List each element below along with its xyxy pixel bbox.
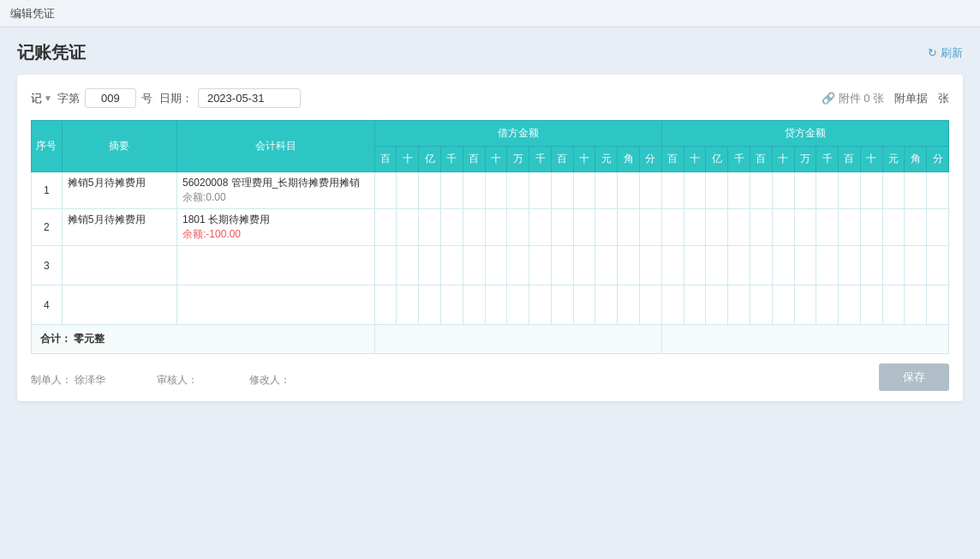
row1-d3[interactable] [419, 172, 441, 209]
row3-d3[interactable] [419, 246, 441, 286]
row2-c9[interactable] [839, 209, 861, 246]
row4-account[interactable] [176, 286, 374, 325]
row1-c9[interactable] [839, 172, 861, 209]
voucher-number-input[interactable] [85, 88, 136, 108]
row3-account[interactable] [176, 246, 374, 286]
row2-d8[interactable] [529, 209, 552, 246]
row2-c7[interactable] [794, 209, 816, 246]
row3-c11[interactable] [882, 246, 905, 286]
row2-d3[interactable] [419, 209, 441, 246]
row1-c4[interactable] [728, 172, 750, 209]
row3-c7[interactable] [794, 246, 816, 286]
row2-d7[interactable] [507, 209, 529, 246]
row3-d11[interactable] [595, 246, 618, 286]
row4-c12[interactable] [905, 286, 927, 325]
row1-d8[interactable] [529, 172, 552, 209]
row4-c13[interactable] [927, 286, 949, 325]
row3-c3[interactable] [706, 246, 728, 286]
row4-c5[interactable] [750, 286, 772, 325]
row1-account[interactable]: 56020008 管理费用_长期待摊费用摊销 余额:0.00 [176, 172, 374, 209]
row2-c13[interactable] [927, 209, 949, 246]
row3-c12[interactable] [905, 246, 927, 286]
row1-d6[interactable] [485, 172, 507, 209]
row3-d7[interactable] [507, 246, 529, 286]
date-input[interactable] [198, 88, 301, 108]
row1-d4[interactable] [441, 172, 463, 209]
row1-d12[interactable] [618, 172, 640, 209]
row1-c7[interactable] [794, 172, 816, 209]
row2-d10[interactable] [573, 209, 595, 246]
row4-d11[interactable] [595, 286, 618, 325]
row4-d8[interactable] [529, 286, 552, 325]
row1-summary[interactable]: 摊销5月待摊费用 [62, 172, 176, 209]
row3-d6[interactable] [485, 246, 507, 286]
row2-d12[interactable] [618, 209, 640, 246]
row4-c6[interactable] [772, 286, 794, 325]
row4-c4[interactable] [728, 286, 750, 325]
row4-d5[interactable] [463, 286, 485, 325]
row4-d9[interactable] [551, 286, 573, 325]
row2-d1[interactable] [374, 209, 397, 246]
row1-d2[interactable] [397, 172, 419, 209]
row4-d13[interactable] [640, 286, 662, 325]
row1-d11[interactable] [595, 172, 618, 209]
row2-d9[interactable] [551, 209, 573, 246]
row2-c8[interactable] [816, 209, 839, 246]
row1-c1[interactable] [661, 172, 684, 209]
row4-c8[interactable] [816, 286, 839, 325]
attach-sheet-label[interactable]: 附单据 [894, 91, 928, 106]
row3-d1[interactable] [374, 246, 397, 286]
row4-c9[interactable] [839, 286, 861, 325]
row4-d1[interactable] [374, 286, 397, 325]
row4-c7[interactable] [794, 286, 816, 325]
row1-d13[interactable] [640, 172, 662, 209]
row4-d2[interactable] [397, 286, 419, 325]
row1-c6[interactable] [772, 172, 794, 209]
row1-c3[interactable] [706, 172, 728, 209]
row2-d13[interactable] [640, 209, 662, 246]
row1-c2[interactable] [684, 172, 706, 209]
row2-c5[interactable] [750, 209, 772, 246]
row4-c2[interactable] [684, 286, 706, 325]
row4-d7[interactable] [507, 286, 529, 325]
row1-d5[interactable] [463, 172, 485, 209]
row2-c12[interactable] [905, 209, 927, 246]
row4-d3[interactable] [419, 286, 441, 325]
row3-c13[interactable] [927, 246, 949, 286]
row2-d5[interactable] [463, 209, 485, 246]
row2-c6[interactable] [772, 209, 794, 246]
attach-link[interactable]: 🔗 附件 0 张 [822, 91, 884, 106]
row3-d9[interactable] [551, 246, 573, 286]
row2-d6[interactable] [485, 209, 507, 246]
row3-c5[interactable] [750, 246, 772, 286]
row3-d12[interactable] [618, 246, 640, 286]
row2-c2[interactable] [684, 209, 706, 246]
row3-c8[interactable] [816, 246, 839, 286]
row3-c9[interactable] [839, 246, 861, 286]
row3-d10[interactable] [573, 246, 595, 286]
row4-c1[interactable] [661, 286, 684, 325]
row3-d8[interactable] [529, 246, 552, 286]
row4-d12[interactable] [618, 286, 640, 325]
row2-c1[interactable] [661, 209, 684, 246]
row4-d4[interactable] [441, 286, 463, 325]
row2-c10[interactable] [860, 209, 882, 246]
refresh-button[interactable]: ↻ 刷新 [928, 45, 963, 61]
row3-d5[interactable] [463, 246, 485, 286]
row1-c10[interactable] [860, 172, 882, 209]
row2-summary[interactable]: 摊销5月待摊费用 [62, 209, 176, 246]
row1-d1[interactable] [374, 172, 397, 209]
row2-account[interactable]: 1801 长期待摊费用 余额:-100.00 [176, 209, 374, 246]
row1-c13[interactable] [927, 172, 949, 209]
row1-d10[interactable] [573, 172, 595, 209]
row1-c12[interactable] [905, 172, 927, 209]
row2-c3[interactable] [706, 209, 728, 246]
row2-d2[interactable] [397, 209, 419, 246]
row1-c11[interactable] [882, 172, 905, 209]
save-button[interactable]: 保存 [879, 364, 949, 391]
row3-c4[interactable] [728, 246, 750, 286]
row3-d4[interactable] [441, 246, 463, 286]
row3-c6[interactable] [772, 246, 794, 286]
row3-d2[interactable] [397, 246, 419, 286]
row1-c5[interactable] [750, 172, 772, 209]
